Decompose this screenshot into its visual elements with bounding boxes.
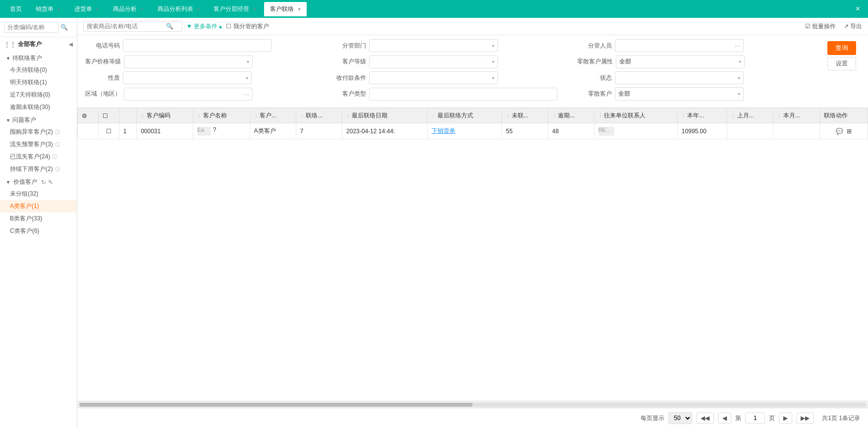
close-all-tabs-button[interactable]: × bbox=[852, 2, 864, 15]
page-input[interactable] bbox=[745, 413, 765, 424]
person-dots-icon[interactable]: ··· bbox=[735, 42, 741, 50]
cell-type: A类客户 bbox=[250, 123, 296, 139]
export-button[interactable]: ↗ 导出 bbox=[844, 22, 862, 31]
tab-purchase[interactable]: 进货单 × bbox=[68, 2, 105, 16]
sidebar-search-input[interactable] bbox=[4, 22, 58, 33]
horizontal-scrollbar[interactable] bbox=[77, 401, 868, 408]
customer-grade-select[interactable]: ▾ bbox=[369, 55, 498, 68]
filter-search-icon[interactable]: 🔍 bbox=[166, 23, 173, 30]
sidebar-item-b-customers[interactable]: B类客户(33) bbox=[0, 213, 77, 225]
last-page-button[interactable]: ▶▶ bbox=[796, 413, 814, 424]
close-goods-list-tab[interactable]: × bbox=[197, 6, 200, 12]
tab-home[interactable]: 首页 bbox=[4, 2, 28, 16]
sidebar-item-a-customers[interactable]: A类客户(1) bbox=[0, 200, 77, 213]
th-gear[interactable]: ⚙ bbox=[78, 108, 99, 123]
row-checkbox-icon[interactable]: ☐ bbox=[106, 128, 111, 135]
status-select[interactable]: ▾ bbox=[615, 71, 744, 84]
more-filter-button[interactable]: ▼ 更多条件 ▴ bbox=[186, 22, 222, 31]
th-last-month[interactable]: ⁞ 上月... bbox=[727, 108, 773, 123]
next-page-button[interactable]: ▶ bbox=[779, 413, 792, 424]
sparse-customer-select[interactable]: 全部▾ bbox=[615, 87, 744, 101]
close-goods-analysis-tab[interactable]: × bbox=[141, 6, 144, 12]
customer-type-select[interactable] bbox=[369, 88, 557, 101]
th-name[interactable]: ⁞ 客户名称 bbox=[193, 108, 250, 123]
cell-no-contact: 55 bbox=[502, 123, 548, 139]
close-sales-tab[interactable]: × bbox=[57, 6, 60, 12]
price-grade-select[interactable]: ▾ bbox=[124, 55, 253, 68]
value-group-edit-icon[interactable]: ✎ bbox=[48, 179, 53, 186]
tab-goods-list[interactable]: 商品分析列表 × bbox=[152, 2, 206, 16]
problem-customers-group[interactable]: ▼ 问题客户 bbox=[0, 113, 77, 126]
header-checkbox-icon[interactable]: ☐ bbox=[103, 112, 108, 119]
my-customer-checkbox-area[interactable]: ☐ 我分管的客户 bbox=[226, 22, 269, 31]
close-purchase-tab[interactable]: × bbox=[96, 6, 99, 12]
settings-button[interactable]: 设置 bbox=[827, 57, 856, 70]
tab-customer-layer[interactable]: 客户分层经营 × bbox=[208, 2, 262, 16]
tab-customer-contact[interactable]: 客户联络 × bbox=[264, 2, 307, 16]
cell-this-year: 10995.00 bbox=[677, 123, 727, 139]
th-biz-contact[interactable]: ⁞ 往来单位联系人 bbox=[594, 108, 677, 123]
sparse-attr-select[interactable]: 全部▾ bbox=[616, 55, 745, 68]
th-last-date[interactable]: ⁞ 最后联络日期 bbox=[342, 108, 428, 123]
th-type[interactable]: ⁞ 客户... bbox=[250, 108, 296, 123]
th-overdue[interactable]: ⁞ 逾期... bbox=[548, 108, 594, 123]
sidebar-item-churn-warning[interactable]: 流失预警客户(3) ⓘ bbox=[0, 138, 77, 151]
th-code[interactable]: ⁞ 客户编码 bbox=[137, 108, 193, 123]
sidebar-item-declining[interactable]: 持续下滑客户(2) ⓘ bbox=[0, 163, 77, 175]
th-no-contact[interactable]: ⁞ 未联... bbox=[502, 108, 548, 123]
hoard-info-icon[interactable]: ⓘ bbox=[55, 129, 60, 136]
sidebar-item-c-customers[interactable]: C类客户(6) bbox=[0, 225, 77, 237]
phone-input[interactable] bbox=[123, 39, 271, 52]
search-input[interactable] bbox=[87, 23, 166, 30]
person-select[interactable]: ··· bbox=[615, 39, 744, 52]
sidebar-item-overdue-contact[interactable]: 逾期未联络(30) bbox=[0, 101, 77, 113]
gear-icon[interactable]: ⚙ bbox=[82, 112, 87, 119]
pending-contact-group[interactable]: ▼ 待联络客户 bbox=[0, 52, 77, 64]
prev-page-button[interactable]: ◀ bbox=[718, 413, 731, 424]
sidebar-collapse-icon[interactable]: ◀ bbox=[69, 42, 73, 47]
tab-goods-analysis[interactable]: 商品分析 × bbox=[107, 2, 150, 16]
sidebar-item-unclassified[interactable]: 未分组(32) bbox=[0, 188, 77, 200]
th-this-year[interactable]: ⁞ 本年... bbox=[677, 108, 727, 123]
region-label: 区域（地区） bbox=[85, 90, 121, 98]
week-contact-label: 近7天待联络(0) bbox=[10, 91, 50, 99]
region-dots-icon[interactable]: ··· bbox=[243, 90, 249, 98]
dept-select[interactable]: ▾ bbox=[369, 39, 498, 52]
th-last-method[interactable]: ⁞ 最后联络方式 bbox=[428, 108, 502, 123]
close-customer-layer-tab[interactable]: × bbox=[253, 6, 256, 12]
sidebar-search-icon[interactable]: 🔍 bbox=[60, 24, 68, 31]
tab-sales[interactable]: 销货单 × bbox=[30, 2, 66, 16]
sparse-attr-label: 零散客户属性 bbox=[577, 57, 613, 66]
th-contact[interactable]: ⁞ 联络... bbox=[296, 108, 342, 123]
region-select[interactable]: ··· bbox=[124, 88, 253, 101]
close-customer-contact-tab[interactable]: × bbox=[298, 6, 301, 12]
sidebar-item-churned[interactable]: 已流失客户(24) ⓘ bbox=[0, 151, 77, 163]
sidebar-item-tomorrow-contact[interactable]: 明天待联络(1) bbox=[0, 76, 77, 89]
my-customer-checkbox-icon[interactable]: ☐ bbox=[226, 23, 231, 30]
qr-action-icon[interactable]: ⊞ bbox=[847, 128, 852, 135]
cell-checkbox[interactable]: ☐ bbox=[98, 123, 119, 139]
churn-warning-info-icon[interactable]: ⓘ bbox=[55, 141, 60, 148]
payment-select[interactable]: ▾ bbox=[369, 71, 498, 84]
page-size-select[interactable]: 50 bbox=[668, 412, 692, 424]
nature-select[interactable]: ▾ bbox=[123, 71, 252, 84]
last-method-link[interactable]: 下销货单 bbox=[432, 127, 455, 134]
all-customers-header[interactable]: ⋮⋮ 全部客户 ◀ bbox=[0, 37, 77, 52]
th-checkbox[interactable]: ☐ bbox=[98, 108, 119, 123]
batch-ops-button[interactable]: ☑ 批量操作 bbox=[805, 22, 836, 31]
declining-info-icon[interactable]: ⓘ bbox=[55, 166, 60, 173]
pending-contact-arrow-icon: ▼ bbox=[6, 56, 10, 61]
sidebar-item-week-contact[interactable]: 近7天待联络(0) bbox=[0, 89, 77, 101]
cell-last-method[interactable]: 下销货单 bbox=[428, 123, 502, 139]
cell-code[interactable]: 000031 bbox=[137, 123, 193, 139]
chat-action-icon[interactable]: 💬 bbox=[836, 128, 843, 135]
sidebar-item-hoard-customers[interactable]: 囤购异常客户(2) ⓘ bbox=[0, 126, 77, 138]
cell-name[interactable]: Ea ? bbox=[193, 123, 250, 139]
value-group-refresh-icon[interactable]: ↻ bbox=[41, 179, 46, 186]
query-button[interactable]: 查询 bbox=[827, 41, 856, 55]
churned-info-icon[interactable]: ⓘ bbox=[52, 154, 57, 160]
sidebar-item-today-contact[interactable]: 今天待联络(0) bbox=[0, 64, 77, 76]
value-customers-group[interactable]: ▼ 价值客户 ↻ ✎ bbox=[0, 175, 77, 188]
first-page-button[interactable]: ◀◀ bbox=[696, 413, 714, 424]
th-this-month[interactable]: ⁞ 本月... bbox=[773, 108, 819, 123]
